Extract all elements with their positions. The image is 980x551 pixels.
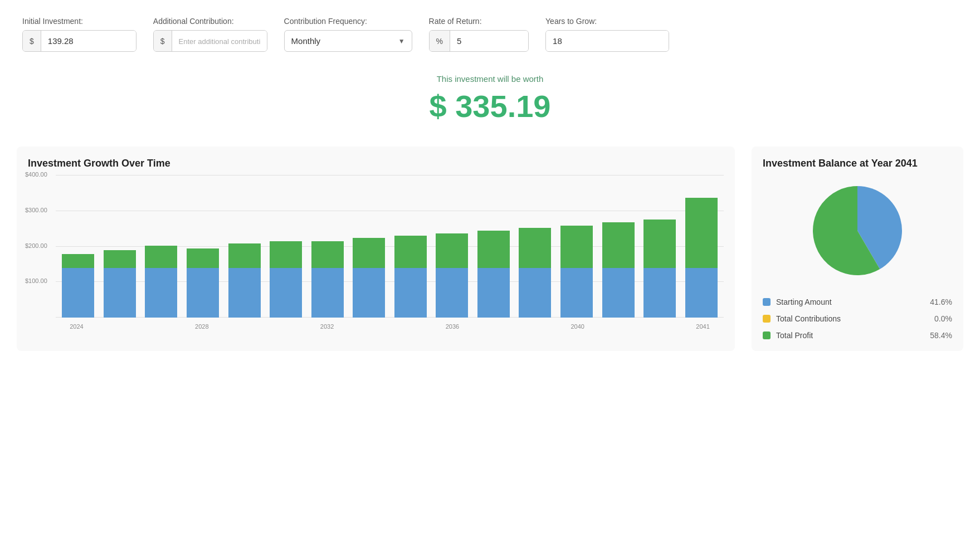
additional-contribution-group: Additional Contribution: $: [153, 17, 267, 52]
bar-starting: [353, 268, 385, 318]
x-label: 2028: [195, 323, 208, 330]
bars-wrapper: [56, 175, 724, 318]
bar-profit: [62, 254, 94, 268]
bar-group: [681, 175, 721, 318]
bar-group: [474, 175, 514, 318]
bar-group: [391, 175, 431, 318]
rate-of-return-input[interactable]: [450, 31, 528, 51]
bar-profit: [477, 231, 510, 268]
bar-group: [100, 175, 140, 318]
bar-profit: [602, 222, 635, 268]
legend-label: Starting Amount: [776, 298, 924, 306]
x-label-group: 2024: [56, 321, 97, 331]
contribution-frequency-label: Contribution Frequency:: [284, 17, 412, 26]
x-label: 2024: [70, 323, 83, 330]
initial-investment-group: Initial Investment: $: [22, 17, 136, 52]
bar-group: [557, 175, 597, 318]
x-label-group: 2032: [306, 321, 348, 331]
additional-contribution-input[interactable]: [172, 31, 267, 51]
contribution-frequency-group: Contribution Frequency: Monthly Weekly D…: [284, 17, 412, 52]
legend-percentage: 0.0%: [934, 314, 952, 323]
grid-label-100: $100.00: [25, 277, 47, 284]
bar-group: [266, 175, 306, 318]
bar-profit: [270, 241, 302, 268]
bar-profit: [560, 226, 593, 268]
years-to-grow-label: Years to Grow:: [545, 17, 669, 26]
bar-group: [183, 175, 223, 318]
bar-profit: [104, 250, 136, 268]
x-label-group: [640, 321, 682, 331]
bar-starting: [560, 268, 593, 318]
rate-prefix: %: [430, 31, 450, 51]
years-to-grow-group: Years to Grow:: [545, 17, 669, 52]
x-labels: 202420282032203620402041: [56, 321, 724, 331]
bar-profit: [685, 198, 718, 267]
bar-group: [307, 175, 348, 318]
bar-starting: [187, 268, 219, 318]
bar-starting: [602, 268, 635, 318]
bar-group: [58, 175, 99, 318]
pie-legend: Starting Amount41.6%Total Contributions0…: [763, 298, 952, 340]
additional-contribution-input-wrap: $: [153, 30, 267, 52]
bar-group: [224, 175, 265, 318]
x-label-group: [515, 321, 557, 331]
x-label-group: 2028: [181, 321, 223, 331]
bar-profit: [519, 228, 551, 268]
bar-profit: [353, 238, 385, 268]
x-label-group: [265, 321, 306, 331]
bar-chart-inner: $400.00 $300.00 $200.00 $100.00: [28, 175, 724, 318]
legend-percentage: 58.4%: [930, 331, 952, 340]
x-label-group: [390, 321, 432, 331]
bar-group: [141, 175, 182, 318]
legend-item: Starting Amount41.6%: [763, 298, 952, 306]
initial-investment-input-wrap: $: [22, 30, 136, 52]
bar-chart-area: $400.00 $300.00 $200.00 $100.00: [28, 175, 724, 331]
initial-investment-input[interactable]: [41, 31, 136, 51]
bar-group: [515, 175, 555, 318]
x-label-group: [223, 321, 265, 331]
bar-starting: [685, 268, 718, 318]
bar-starting: [62, 268, 94, 318]
additional-contribution-prefix: $: [154, 31, 172, 51]
grid-label-200: $200.00: [25, 242, 47, 249]
legend-item: Total Contributions0.0%: [763, 314, 952, 323]
inputs-section: Initial Investment: $ Additional Contrib…: [0, 0, 980, 63]
x-label-group: [348, 321, 390, 331]
bar-profit: [228, 243, 261, 268]
bar-profit: [145, 246, 177, 268]
years-to-grow-input[interactable]: [546, 31, 669, 51]
years-input-wrap: [545, 30, 669, 52]
grid-label-400: $400.00: [25, 171, 47, 178]
pie-chart-wrapper: Starting Amount41.6%Total Contributions0…: [763, 181, 952, 340]
bar-chart-container: Investment Growth Over Time $400.00 $300…: [17, 147, 735, 351]
legend-label: Total Contributions: [776, 314, 929, 323]
x-label-group: [598, 321, 640, 331]
x-label-group: [97, 321, 139, 331]
charts-section: Investment Growth Over Time $400.00 $300…: [0, 147, 980, 373]
bar-profit: [187, 248, 219, 268]
result-section: This investment will be worth $ 335.19: [0, 63, 980, 147]
legend-item: Total Profit58.4%: [763, 331, 952, 340]
bar-starting: [394, 268, 427, 318]
additional-contribution-label: Additional Contribution:: [153, 17, 267, 26]
bar-starting: [643, 268, 676, 318]
x-label-group: 2040: [557, 321, 598, 331]
bar-starting: [104, 268, 136, 318]
grid-label-300: $300.00: [25, 207, 47, 213]
x-label: 2032: [320, 323, 334, 330]
result-subtitle: This investment will be worth: [0, 74, 980, 84]
legend-label: Total Profit: [776, 331, 924, 340]
legend-color-dot: [763, 331, 771, 339]
x-label: 2041: [696, 323, 709, 330]
bar-starting: [228, 268, 261, 318]
initial-investment-prefix: $: [23, 31, 41, 51]
bar-group: [349, 175, 389, 318]
bar-starting: [270, 268, 302, 318]
bar-group: [432, 175, 472, 318]
legend-color-dot: [763, 298, 771, 306]
contribution-frequency-select[interactable]: Monthly Weekly Daily Annually: [285, 31, 412, 51]
rate-of-return-label: Rate of Return:: [429, 17, 529, 26]
bar-group: [598, 175, 638, 318]
rate-of-return-group: Rate of Return: %: [429, 17, 529, 52]
bar-group: [640, 175, 680, 318]
